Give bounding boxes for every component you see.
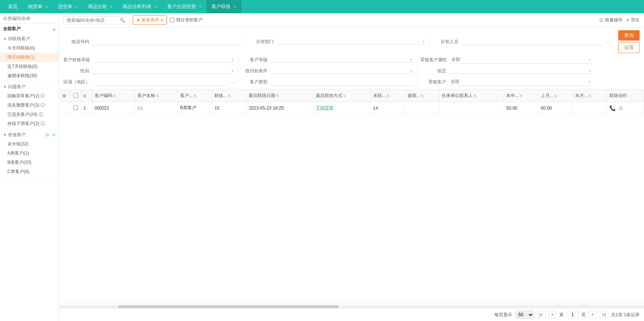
sidebar-item-class-c[interactable]: C类客户(6) (0, 167, 59, 176)
export-button[interactable]: ↗ 导出 (626, 17, 640, 23)
nav-item-进货单[interactable]: 进货单× (53, 0, 83, 13)
per-page-select[interactable]: 50 100 200 (515, 311, 534, 319)
td-name[interactable]: Ea (135, 102, 178, 114)
nocontact-sort-icon[interactable]: ⇅ (386, 94, 389, 98)
th-last-contact-method[interactable]: 最后联络方式 ⇅ (314, 90, 371, 102)
settings-col-icon[interactable]: ⚙ (62, 93, 66, 99)
nav-item-商品分析[interactable]: 商品分析× (83, 0, 118, 13)
nav-item-销货单[interactable]: 销货单× (23, 0, 53, 13)
manager-input[interactable] (461, 38, 603, 45)
overdue-sort-icon[interactable]: ⇅ (421, 94, 424, 98)
nav-item-首页[interactable]: 首页 (3, 0, 23, 13)
code-sort-icon[interactable]: ⇅ (113, 94, 116, 98)
filter-search-input[interactable] (67, 18, 118, 23)
my-customers-checkbox[interactable] (170, 18, 175, 23)
td-checkbox[interactable] (70, 102, 81, 114)
dept-select[interactable]: ∨ (277, 39, 426, 45)
th-company-contact[interactable]: 往来单位联系人 ⇅ (440, 90, 504, 102)
settings-button[interactable]: 设置 (618, 42, 640, 53)
date-sort-icon[interactable]: ⇅ (276, 94, 279, 98)
next-page-button[interactable]: > (589, 311, 596, 318)
sidebar-item-churn-warning[interactable]: 流失预警客户(3) ⓘ (0, 101, 59, 110)
sidebar-item-unclassified[interactable]: 未分组(32) (0, 139, 59, 149)
sidebar-item-abnormal[interactable]: 回购异常客户(2) ⓘ (0, 92, 59, 101)
phone-input[interactable] (92, 38, 242, 45)
nav-close-icon[interactable]: × (154, 4, 157, 9)
year-sort-icon[interactable]: ⇅ (519, 94, 522, 98)
region-ellipsis[interactable]: ··· (231, 79, 236, 85)
th-overdue[interactable]: 逾期... ⇅ (405, 90, 439, 102)
price-level-select[interactable]: ∨ (93, 57, 235, 63)
nav-close-icon[interactable]: × (110, 4, 112, 9)
scrollbar-thumb[interactable] (118, 305, 339, 308)
all-customers-header[interactable]: 全部客户 « (0, 24, 59, 34)
nav-close-icon[interactable]: × (199, 4, 201, 9)
nav-close-icon[interactable]: × (75, 4, 77, 9)
batch-ops-button[interactable]: ☑ 批量操作 (599, 17, 623, 23)
horizontal-scrollbar[interactable] (59, 304, 644, 308)
nav-close-icon[interactable]: × (234, 4, 236, 9)
gender-select[interactable]: ∨ (92, 68, 235, 74)
sidebar-item-today[interactable]: 今天待联络(0) (0, 44, 59, 53)
th-last-month[interactable]: 上月... ⇅ (538, 90, 573, 102)
sidebar-item-declining[interactable]: 持续下滑客户(2) ⓘ (0, 119, 59, 128)
status-select[interactable]: ∨ (449, 68, 592, 74)
th-no-contact[interactable]: 未联... ⇅ (371, 90, 405, 102)
filter-search-icon[interactable]: 🔍 (120, 18, 125, 23)
sidebar-search-bar[interactable]: 🔍 (0, 13, 59, 24)
retail-select[interactable]: 全部 ∨ (449, 78, 592, 86)
sidebar-item-overdue[interactable]: 逾期未联络(30) (0, 71, 59, 80)
my-customers-filter[interactable]: 我分管的客户 (170, 17, 203, 23)
value-section-title[interactable]: ▼ 价值客户 ↺ ✎ (0, 130, 59, 139)
nav-item-客户分层经营[interactable]: 客户分层经营× (162, 0, 206, 13)
company-sort-icon[interactable]: ⇅ (473, 94, 476, 98)
first-page-button[interactable]: |< (537, 311, 546, 318)
row-checkbox[interactable] (73, 105, 78, 110)
last-page-button[interactable]: >| (599, 311, 608, 318)
sidebar-item-class-a[interactable]: A类客户(1) (0, 149, 59, 158)
filter-more-conditions[interactable]: ▼ 更多条件 ∧ (133, 15, 167, 25)
name-sort-icon[interactable]: ⇅ (156, 94, 159, 98)
lastmonth-sort-icon[interactable]: ⇅ (554, 94, 557, 98)
td-last-contact-method[interactable]: 下销货单 (314, 102, 371, 114)
prev-page-button[interactable]: < (549, 311, 556, 318)
th-type[interactable]: 客户... ⇅ (178, 90, 212, 102)
collapse-icon[interactable]: « (53, 26, 56, 32)
grid-action-icon[interactable]: ⊞ (619, 105, 623, 111)
edit-icon[interactable]: ✎ (52, 132, 56, 138)
sidebar-item-class-b[interactable]: B类客户(33) (0, 158, 59, 167)
th-code[interactable]: 客户编码 ⇅ (92, 90, 135, 102)
phone-action-icon[interactable]: 📞 (609, 105, 616, 111)
retail-attr-select[interactable]: 全部 ∨ (450, 56, 592, 64)
sidebar-item-7days[interactable]: 近7天待联络(0) (0, 62, 59, 71)
th-contact[interactable]: 联络... ⇅ (212, 90, 246, 102)
payment-select[interactable]: ∨ (270, 68, 414, 74)
nav-close-icon[interactable]: × (45, 4, 48, 9)
contact-sort-icon[interactable]: ⇅ (228, 94, 231, 98)
manager-ellipsis[interactable]: ··· (606, 39, 611, 45)
sidebar-item-churned[interactable]: 已流失客户(24) ⓘ (0, 110, 59, 119)
refresh-icon[interactable]: ↺ (45, 132, 49, 138)
page-number-input[interactable] (567, 311, 578, 318)
customer-level-select[interactable]: ∨ (270, 57, 414, 63)
sidebar-search-input[interactable] (3, 16, 58, 21)
problem-section-title[interactable]: ▼ 问题客户 (0, 82, 59, 92)
th-checkbox[interactable] (70, 90, 81, 102)
customer-type-input[interactable] (270, 79, 414, 86)
pending-section-title[interactable]: ▼ 待联络客户 (0, 34, 59, 44)
select-all-checkbox[interactable] (73, 93, 78, 98)
region-input[interactable] (93, 79, 228, 86)
query-button[interactable]: 查询 (618, 30, 640, 41)
th-last-contact-date[interactable]: 最后联络日期 ⇅ (246, 90, 314, 102)
th-settings[interactable]: ⚙ (59, 90, 70, 102)
nav-item-商品分析列表[interactable]: 商品分析列表× (118, 0, 162, 13)
nav-item-客户联络[interactable]: 客户联络× (206, 0, 241, 13)
th-this-month[interactable]: 本月... ⇅ (573, 90, 607, 102)
method-sort-icon[interactable]: ⇅ (343, 94, 346, 98)
th-name[interactable]: 客户名称 ⇅ (135, 90, 178, 102)
month-sort-icon[interactable]: ⇅ (588, 94, 591, 98)
sidebar-item-tomorrow[interactable]: 明天待联络(1) (0, 53, 59, 62)
type-sort-icon[interactable]: ⇅ (193, 94, 196, 98)
filter-search-box[interactable]: 🔍 (63, 16, 130, 24)
th-this-year[interactable]: 本年... ⇅ (504, 90, 538, 102)
